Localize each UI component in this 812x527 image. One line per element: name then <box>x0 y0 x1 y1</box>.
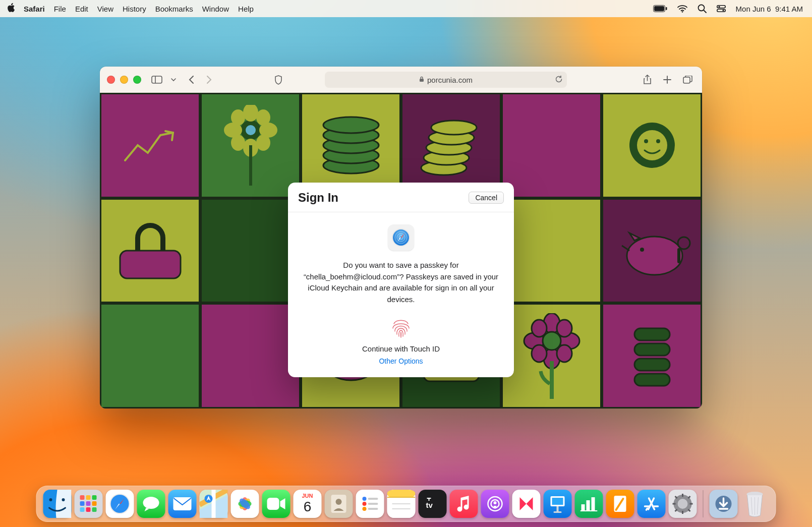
window-minimize-button[interactable] <box>120 76 128 84</box>
svg-point-23 <box>256 109 270 126</box>
dock-keynote[interactable] <box>544 490 572 518</box>
svg-point-3 <box>681 11 683 13</box>
svg-point-47 <box>627 237 682 275</box>
dock-photos[interactable] <box>231 490 259 518</box>
dock-calendar[interactable]: JUN 6 <box>294 490 322 518</box>
window-close-button[interactable] <box>107 76 115 84</box>
menu-clock[interactable]: Mon Jun 6 9:41 AM <box>736 5 803 13</box>
svg-point-48 <box>640 248 644 252</box>
svg-rect-65 <box>634 343 670 356</box>
svg-rect-123 <box>587 500 590 510</box>
dock-facetime[interactable] <box>262 490 291 518</box>
svg-rect-15 <box>683 77 690 83</box>
dock-trash[interactable] <box>741 490 769 518</box>
svg-rect-108 <box>368 508 378 510</box>
dock-finder[interactable] <box>43 490 72 518</box>
svg-rect-119 <box>552 498 563 505</box>
clock-time: 9:41 AM <box>775 5 803 13</box>
svg-rect-121 <box>554 511 562 513</box>
battery-icon[interactable] <box>653 5 667 12</box>
svg-point-91 <box>143 497 159 509</box>
menu-history[interactable]: History <box>123 5 146 13</box>
dock-safari[interactable] <box>106 490 134 518</box>
menu-edit[interactable]: Edit <box>75 5 88 13</box>
svg-rect-84 <box>80 507 85 512</box>
dock: JUN 6 tv <box>36 486 776 522</box>
other-options-link[interactable]: Other Options <box>300 357 502 365</box>
dock-tv[interactable]: tv <box>419 490 447 518</box>
svg-point-31 <box>323 117 379 133</box>
wifi-icon[interactable] <box>677 5 687 13</box>
svg-rect-66 <box>634 359 670 371</box>
dock-messages[interactable] <box>137 490 165 518</box>
privacy-report-icon[interactable] <box>271 73 286 87</box>
dock-music[interactable] <box>450 490 478 518</box>
svg-rect-83 <box>92 501 97 506</box>
safari-window: porcunia.com <box>100 67 702 408</box>
dock-separator <box>703 490 704 517</box>
touch-id-icon[interactable] <box>390 316 412 338</box>
svg-point-24 <box>231 135 245 151</box>
svg-point-17 <box>246 125 256 135</box>
tab-overview-button[interactable] <box>680 73 695 87</box>
dock-podcasts[interactable] <box>481 490 509 518</box>
svg-point-61 <box>557 345 572 362</box>
forward-button[interactable] <box>202 73 217 87</box>
svg-point-36 <box>431 121 477 135</box>
control-center-icon[interactable] <box>717 5 726 12</box>
active-app-name[interactable]: Safari <box>24 5 45 13</box>
safari-app-icon <box>388 224 414 251</box>
svg-rect-111 <box>387 497 416 498</box>
svg-rect-26 <box>249 145 252 186</box>
dock-settings[interactable] <box>669 490 697 518</box>
svg-rect-125 <box>581 510 598 511</box>
svg-rect-100 <box>267 498 279 510</box>
menu-file[interactable]: File <box>54 5 66 13</box>
dock-news[interactable] <box>512 490 541 518</box>
dock-launchpad[interactable] <box>75 490 103 518</box>
reload-button[interactable] <box>555 75 563 85</box>
svg-line-5 <box>704 11 706 13</box>
svg-rect-81 <box>80 501 85 506</box>
svg-point-103 <box>363 497 367 501</box>
svg-point-59 <box>557 320 572 337</box>
sidebar-toggle-button[interactable] <box>149 73 164 87</box>
dock-notes[interactable] <box>387 490 416 518</box>
svg-rect-122 <box>582 504 585 510</box>
dock-mail[interactable] <box>168 490 197 518</box>
window-zoom-button[interactable] <box>133 76 141 84</box>
new-tab-button[interactable] <box>660 73 675 87</box>
dock-contacts[interactable] <box>325 490 353 518</box>
dialog-title: Sign In <box>298 191 338 205</box>
share-button[interactable] <box>640 73 655 87</box>
svg-rect-63 <box>550 361 554 399</box>
svg-line-141 <box>688 496 690 498</box>
menu-bookmarks[interactable]: Bookmarks <box>155 5 193 13</box>
svg-line-139 <box>688 509 690 511</box>
svg-rect-10 <box>152 76 162 83</box>
dialog-body-text: Do you want to save a passkey for “chell… <box>300 260 502 305</box>
dock-numbers[interactable] <box>575 490 603 518</box>
menu-view[interactable]: View <box>97 5 113 13</box>
address-bar[interactable]: porcunia.com <box>325 72 567 88</box>
dock-pages[interactable] <box>606 490 634 518</box>
dock-reminders[interactable] <box>356 490 384 518</box>
apple-menu-icon[interactable] <box>7 3 16 14</box>
menu-window[interactable]: Window <box>202 5 229 13</box>
svg-rect-104 <box>368 498 378 500</box>
lock-icon <box>419 76 424 84</box>
svg-rect-1 <box>654 6 664 11</box>
page-content: Sign In Cancel Do you wa <box>100 93 702 408</box>
dock-maps[interactable] <box>200 490 228 518</box>
back-button[interactable] <box>184 73 199 87</box>
tab-groups-dropdown[interactable] <box>169 73 178 87</box>
svg-line-140 <box>675 509 677 511</box>
svg-rect-86 <box>92 507 97 512</box>
spotlight-icon[interactable] <box>698 4 707 13</box>
svg-rect-41 <box>120 251 181 278</box>
menu-help[interactable]: Help <box>238 5 254 13</box>
dock-downloads[interactable] <box>710 490 738 518</box>
cancel-button[interactable]: Cancel <box>469 192 504 204</box>
svg-point-107 <box>363 507 367 511</box>
dock-appstore[interactable] <box>637 490 666 518</box>
